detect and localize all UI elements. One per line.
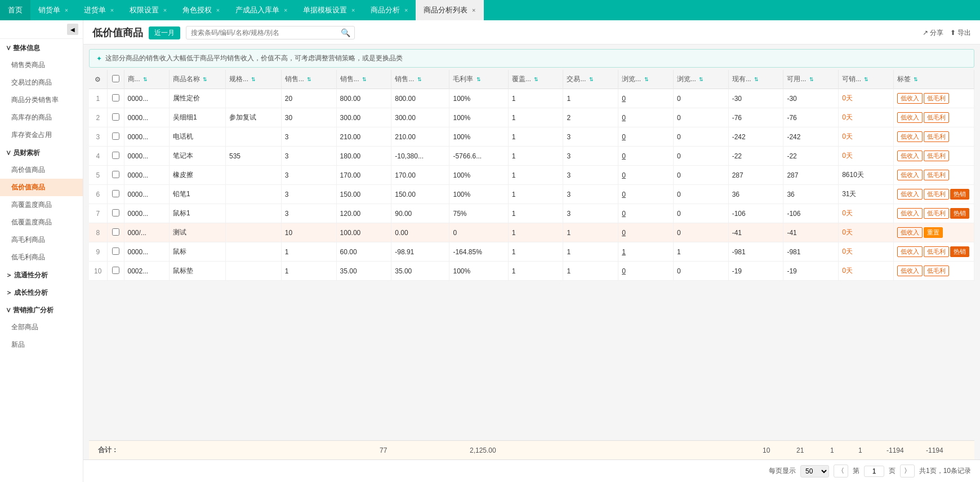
col-available[interactable]: 可用... ⇅: [783, 70, 839, 89]
pv1-link[interactable]: 1: [622, 248, 626, 256]
pv1-link[interactable]: 0: [622, 210, 626, 218]
col-checkbox[interactable]: [107, 70, 124, 89]
row-pv1[interactable]: 0: [618, 89, 674, 108]
row-select-checkbox[interactable]: [112, 152, 119, 159]
sidebar-group-marketing[interactable]: ∨ 营销推广分析: [0, 301, 83, 319]
nav-permission-settings[interactable]: 权限设置 ×: [122, 0, 175, 20]
col-tags[interactable]: 标签 ⇅: [894, 70, 974, 89]
table-wrapper[interactable]: ⚙ 商... ⇅ 商品名称 ⇅ 规格... ⇅ 销售... ⇅ 销售... ⇅ …: [89, 70, 974, 440]
sidebar-item-low-value[interactable]: 低价值商品: [0, 179, 83, 196]
pv1-link[interactable]: 0: [622, 229, 626, 237]
col-gross-rate[interactable]: 毛利率 ⇅: [449, 70, 508, 89]
per-page-select[interactable]: 50 100 200: [800, 465, 829, 477]
sidebar-item-traded-products[interactable]: 交易过的商品: [0, 74, 83, 91]
row-select-checkbox[interactable]: [112, 209, 119, 216]
row-coverage: 1: [508, 262, 563, 281]
row-select-checkbox[interactable]: [112, 171, 119, 178]
col-spec[interactable]: 规格... ⇅: [226, 70, 282, 89]
sidebar-item-category-sales-rate[interactable]: 商品分类销售率: [0, 91, 83, 109]
sidebar-item-inventory-funds[interactable]: 库存资金占用: [0, 126, 83, 144]
sidebar-group-growth[interactable]: ＞ 成长性分析: [0, 284, 83, 301]
row-select-checkbox[interactable]: [112, 228, 119, 236]
row-pv1[interactable]: 0: [618, 262, 674, 281]
row-pv1[interactable]: 0: [618, 185, 674, 204]
sidebar-item-low-profit[interactable]: 低毛利商品: [0, 249, 83, 266]
search-input[interactable]: [186, 26, 355, 39]
pv1-link[interactable]: 0: [622, 95, 626, 103]
first-page-button[interactable]: 〈: [834, 465, 848, 477]
nav-template-settings[interactable]: 单据模板设置 ×: [295, 0, 363, 20]
pv1-link[interactable]: 0: [622, 114, 626, 122]
row-checkbox[interactable]: [107, 108, 124, 127]
tag-badge: 热销: [950, 189, 969, 200]
col-sales-price[interactable]: 销售... ⇅: [391, 70, 449, 89]
row-pv1[interactable]: 1: [618, 242, 674, 262]
row-sellable: 31天: [839, 185, 894, 204]
pv2-value: 0: [677, 191, 681, 198]
export-button[interactable]: ⬆ 导出: [950, 28, 971, 38]
col-sales-amount[interactable]: 销售... ⇅: [336, 70, 391, 89]
row-select-checkbox[interactable]: [112, 132, 119, 140]
row-select-checkbox[interactable]: [112, 190, 119, 197]
row-pv1[interactable]: 0: [618, 127, 674, 147]
sidebar-item-high-inventory[interactable]: 高库存的商品: [0, 109, 83, 126]
row-pv1[interactable]: 0: [618, 204, 674, 223]
sidebar-item-low-coverage[interactable]: 低覆盖度商品: [0, 214, 83, 231]
col-current-stock[interactable]: 现有... ⇅: [728, 70, 783, 89]
share-button[interactable]: ↗ 分享: [923, 28, 943, 38]
nav-home[interactable]: 首页: [0, 0, 30, 20]
row-pv1[interactable]: 0: [618, 108, 674, 127]
sidebar-item-high-value[interactable]: 高价值商品: [0, 161, 83, 179]
row-checkbox[interactable]: [107, 242, 124, 262]
col-sellable[interactable]: 可销... ⇅: [839, 70, 894, 89]
row-checkbox[interactable]: [107, 185, 124, 204]
sidebar-item-sales-products[interactable]: 销售类商品: [0, 56, 83, 74]
row-pv1[interactable]: 0: [618, 223, 674, 242]
col-pv1[interactable]: 浏览... ⇅: [618, 70, 674, 89]
select-all-checkbox[interactable]: [112, 75, 119, 82]
page-number-input[interactable]: [864, 466, 884, 477]
pv1-link[interactable]: 0: [622, 267, 626, 275]
pv1-link[interactable]: 0: [622, 171, 626, 179]
row-checkbox[interactable]: [107, 166, 124, 185]
sidebar-group-circulation[interactable]: ＞ 流通性分析: [0, 266, 83, 284]
row-checkbox[interactable]: [107, 89, 124, 108]
nav-purchase-order[interactable]: 进货单 ×: [76, 0, 122, 20]
sidebar-item-all-products[interactable]: 全部商品: [0, 319, 83, 336]
row-checkbox[interactable]: [107, 147, 124, 166]
sidebar-group-employee-finance[interactable]: ∨ 员财索析: [0, 144, 83, 161]
date-filter-button[interactable]: 近一月: [149, 26, 180, 39]
row-checkbox[interactable]: [107, 204, 124, 223]
row-checkbox[interactable]: [107, 223, 124, 242]
pv1-link[interactable]: 0: [622, 133, 626, 141]
col-transactions[interactable]: 交易... ⇅: [563, 70, 618, 89]
row-select-checkbox[interactable]: [112, 267, 119, 274]
pv1-link[interactable]: 0: [622, 152, 626, 160]
row-checkbox[interactable]: [107, 127, 124, 147]
nav-sales-order[interactable]: 销货单 ×: [30, 0, 76, 20]
next-page-button[interactable]: 〉: [900, 465, 915, 477]
sidebar-item-high-coverage[interactable]: 高覆盖度商品: [0, 196, 83, 214]
row-select-checkbox[interactable]: [112, 113, 119, 121]
col-coverage[interactable]: 覆盖... ⇅: [508, 70, 563, 89]
nav-product-analysis[interactable]: 商品分析 ×: [363, 0, 416, 20]
col-code[interactable]: 商... ⇅: [124, 70, 170, 89]
sidebar-item-high-profit[interactable]: 高毛利商品: [0, 231, 83, 249]
nav-role-auth[interactable]: 角色授权 ×: [175, 0, 228, 20]
nav-product-analysis-list[interactable]: 商品分析列表 ×: [416, 0, 483, 20]
col-settings[interactable]: ⚙: [89, 70, 107, 89]
sidebar-collapse-btn[interactable]: ◀: [67, 24, 78, 35]
row-select-checkbox[interactable]: [112, 247, 119, 255]
export-label: 导出: [957, 28, 971, 38]
row-pv1[interactable]: 0: [618, 147, 674, 166]
nav-product-storage[interactable]: 产成品入库单 ×: [228, 0, 295, 20]
col-pv2[interactable]: 浏览... ⇅: [673, 70, 728, 89]
col-sales-qty[interactable]: 销售... ⇅: [281, 70, 336, 89]
row-checkbox[interactable]: [107, 262, 124, 281]
pv1-link[interactable]: 0: [622, 191, 626, 198]
sidebar-group-overall[interactable]: ∨ 整体信息: [0, 39, 83, 56]
row-select-checkbox[interactable]: [112, 94, 119, 101]
sidebar-item-new-products[interactable]: 新品: [0, 336, 83, 353]
col-name[interactable]: 商品名称 ⇅: [170, 70, 226, 89]
row-pv1[interactable]: 0: [618, 166, 674, 185]
